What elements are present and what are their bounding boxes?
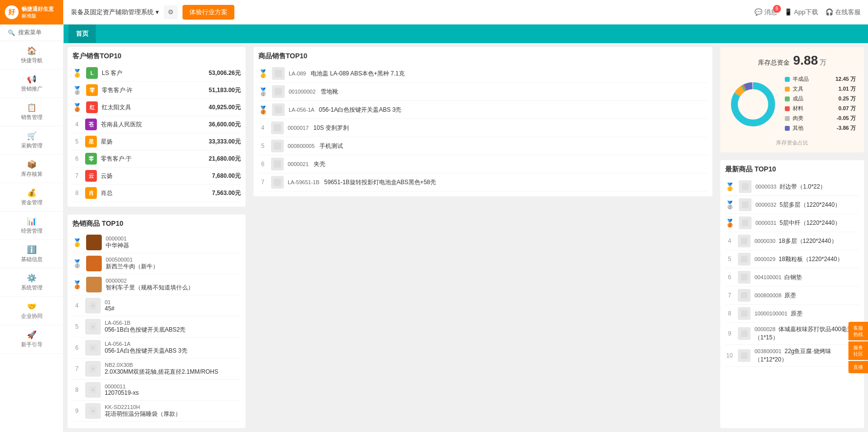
sidebar-item-finance[interactable]: 💰 资金管理 xyxy=(0,183,63,212)
customer-amount: 51,183.00元 xyxy=(209,86,241,95)
product-code: 004100001 xyxy=(754,274,783,280)
inventory-caption: 库存资金占比 xyxy=(726,139,858,146)
float-btn-live[interactable]: 直播 xyxy=(848,361,868,373)
new-product-row: 8 10000100001 原垄 xyxy=(725,305,859,323)
medal-icon: 🥇 xyxy=(258,69,268,78)
customer-amount: 21,680.00元 xyxy=(209,155,241,163)
product-info: 0000002 智利车子里（规格不知道填什么） xyxy=(106,278,194,292)
rank-number: 4 xyxy=(725,238,734,244)
product-image xyxy=(86,277,102,292)
main-area: 装备及固定资产辅助管理系统 ▾ ⚙ 体验行业方案 💬 消息 6 📱 App下载 … xyxy=(64,0,868,432)
product-name: 白钢垫 xyxy=(784,274,802,281)
system-title-dropdown[interactable]: 装备及固定资产辅助管理系统 ▾ xyxy=(71,8,159,17)
rank-number: 7 xyxy=(72,365,81,372)
product-info: 0000031 5层中纤（1220*2440） xyxy=(755,219,859,227)
legend-item: 材料 0.07 万 xyxy=(785,105,856,112)
hot-product-row: 🥉 0000002 智利车子里（规格不知道填什么） xyxy=(72,274,241,295)
sidebar-nav: 🏠 快捷导航 📢 营销推广 📋 销售管理 🛒 采购管理 📦 库存核算 💰 资金管… xyxy=(0,41,63,432)
sidebar-item-collab[interactable]: 🤝 企业协同 xyxy=(0,297,63,325)
avatar: 零 xyxy=(85,153,97,165)
medal-icon: 🥈 xyxy=(72,259,82,268)
donut-chart xyxy=(729,80,777,130)
product-name: 花语萌恒温分隔睡袋（厚款） xyxy=(105,410,181,418)
hot-product-row: 🥇 0000001 中华神器 xyxy=(72,232,241,253)
product-info: 0000033 封边带（1.0*22） xyxy=(755,183,859,191)
inventory-legend: 半成品 12.45 万 文具 1.01 万 成品 0.25 万 材料 0.07 … xyxy=(785,75,856,134)
product-name: 12070519-xs xyxy=(105,389,138,396)
svg-rect-27 xyxy=(741,330,748,337)
product-name: 电池盖 LA-089 ABS本色+黑种 7.1克 xyxy=(311,70,405,77)
float-btn-hotline[interactable]: 客服热线 xyxy=(848,322,868,340)
product-info: LA-089 电池盖 LA-089 ABS本色+黑种 7.1克 xyxy=(289,70,405,78)
new-product-row: 6 004100001 白钢垫 xyxy=(725,268,859,287)
rank-number: 5 xyxy=(72,323,81,330)
mobile-icon: 📱 xyxy=(784,8,792,16)
sidebar-item-marketing[interactable]: 📢 营销推广 xyxy=(0,70,63,98)
product-image-placeholder xyxy=(738,349,751,362)
customer-rank-row: 8 肖 肖总 7,563.00元 xyxy=(72,185,241,202)
trial-button[interactable]: 体验行业方案 xyxy=(183,5,234,20)
product-code: 000800005 xyxy=(288,143,318,149)
rank-number: 4 xyxy=(258,124,267,131)
medal-icon: 🥉 xyxy=(72,280,82,289)
online-service-item[interactable]: 🎧 在线客服 xyxy=(825,8,861,17)
sidebar-item-sales[interactable]: 📋 销售管理 xyxy=(0,98,63,126)
rank-number: 6 xyxy=(72,155,81,162)
customer-name: 云扬 xyxy=(101,172,208,180)
sidebar-item-inventory[interactable]: 📦 库存核算 xyxy=(0,155,63,183)
product-sale-row: 4 0000017 10S 变刹罗刹 xyxy=(258,119,708,137)
product-code: 01 xyxy=(105,299,114,305)
product-info: 004100001 白钢垫 xyxy=(754,273,859,282)
product-code: 0000033 xyxy=(755,184,778,190)
product-info: 0000017 10S 变刹罗刹 xyxy=(288,124,349,132)
sidebar-item-basic[interactable]: ℹ️ 基础信息 xyxy=(0,240,63,268)
product-sale-row: 🥈 001000002 雪地靴 xyxy=(258,83,708,101)
sidebar-item-home[interactable]: 🏠 快捷导航 xyxy=(0,41,63,70)
sidebar-item-purchase[interactable]: 🛒 采购管理 xyxy=(0,126,63,155)
inventory-total-num: 9.88 xyxy=(793,53,818,68)
app-download-item[interactable]: 📱 App下载 xyxy=(784,8,818,17)
legend-value: -0.05 万 xyxy=(837,115,856,122)
product-image-placeholder xyxy=(272,85,285,98)
notification-item[interactable]: 💬 消息 6 xyxy=(754,8,777,17)
subnav-home[interactable]: 首页 xyxy=(69,24,96,43)
product-image-placeholder xyxy=(85,382,101,398)
svg-rect-28 xyxy=(741,352,748,359)
notification-badge: 6 xyxy=(773,5,781,13)
product-sale-row: 🥉 LA-056-1A 056-1A白色按键开关盖ABS 3壳 xyxy=(258,101,708,119)
float-btn-community[interactable]: 服务社区 xyxy=(848,341,868,360)
sidebar-item-guide[interactable]: 🚀 新手引导 xyxy=(0,325,63,354)
product-code: 0000030 xyxy=(754,238,777,244)
product-sale-row: 🥇 LA-089 电池盖 LA-089 ABS本色+黑种 7.1克 xyxy=(258,65,708,83)
medal-icon: 🥉 xyxy=(72,103,82,112)
product-info: 000500001 新西兰牛肉（新牛） xyxy=(106,257,159,271)
rank-number: 6 xyxy=(258,161,267,168)
sidebar-item-system[interactable]: ⚙️ 系统管理 xyxy=(0,268,63,297)
search-menu[interactable]: 🔍 搜索菜单 xyxy=(0,24,63,41)
product-name: 5层多层（1220*2440） xyxy=(779,201,841,208)
product-name: 雪地靴 xyxy=(320,88,338,95)
rank-number: 7 xyxy=(72,172,81,179)
customer-rank-row: 4 苍 苍南县人民医院 36,600.00元 xyxy=(72,116,241,133)
logo-icon: 好 xyxy=(5,5,19,19)
rank-number: 6 xyxy=(72,344,81,351)
product-sale-title: 商品销售TOP10 xyxy=(258,52,708,61)
product-image-placeholder xyxy=(738,307,751,320)
avatar: 零 xyxy=(86,84,98,96)
rank-number: 4 xyxy=(72,121,81,128)
medal-icon: 🥇 xyxy=(72,69,82,78)
product-info: 0000029 18颗粒板（1220*2440） xyxy=(754,255,859,264)
customer-amount: 53,006.26元 xyxy=(209,69,241,77)
sidebar-item-management[interactable]: 📊 经营管理 xyxy=(0,212,63,240)
product-code: NB2.0X30B xyxy=(105,362,218,368)
product-name: 智利车子里（规格不知道填什么） xyxy=(106,284,194,292)
legend-label: 文具 xyxy=(793,85,836,93)
product-sale-list: 🥇 LA-089 电池盖 LA-089 ABS本色+黑种 7.1克 🥈 0010… xyxy=(258,65,708,192)
settings-button[interactable]: ⚙ xyxy=(164,5,178,19)
customer-rank-row: 🥇 L LS 客户 53,006.26元 xyxy=(72,65,241,82)
product-image-placeholder xyxy=(85,319,101,335)
product-image-placeholder xyxy=(738,253,751,265)
product-name: 18多层（1220*2440） xyxy=(778,238,837,244)
product-info: 0000011 12070519-xs xyxy=(105,384,138,396)
new-products-card: 最新商品 TOP10 🥇 0000033 封边带（1.0*22） 🥈 00000… xyxy=(720,160,864,428)
